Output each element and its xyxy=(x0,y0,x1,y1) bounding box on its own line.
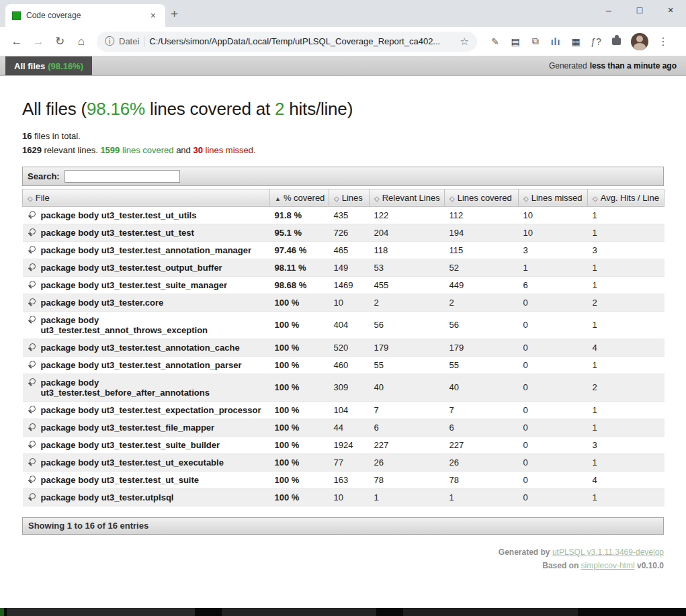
file-link[interactable]: package body ut3_tester.test_ut_executab… xyxy=(28,457,265,468)
file-link[interactable]: package body ut3_tester.test_ut_suite xyxy=(28,475,265,485)
file-name: package body ut3_tester.test_ut_utils xyxy=(41,210,197,220)
back-icon[interactable]: ← xyxy=(7,35,27,48)
lines-value: 520 xyxy=(329,339,370,356)
lines-covered-value: 55 xyxy=(445,356,519,373)
utplsql-version-link[interactable]: utPLSQL v3.1.11.3469-develop xyxy=(552,547,664,557)
file-name: package body ut3_tester.test_file_mapper xyxy=(41,423,215,433)
column-header-lines[interactable]: ◇Lines xyxy=(329,189,370,206)
search-input[interactable] xyxy=(65,170,180,183)
file-link[interactable]: package body ut3_tester.test_ut_test xyxy=(28,228,265,238)
file-link[interactable]: package body ut3_tester.test_suite_manag… xyxy=(28,280,265,290)
table-row[interactable]: package body ut3_tester.test_annotation_… xyxy=(23,241,664,259)
generated-prefix: Generated xyxy=(549,61,587,71)
browser-toolbar: ← → ↻ ⌂ ⓘ Datei C:/Users/simon/AppData/L… xyxy=(0,27,686,56)
column-header-avg-hits[interactable]: ◇Avg. Hits / Line xyxy=(588,189,664,206)
table-row[interactable]: package body ut3_tester.test_ut_test 95.… xyxy=(23,224,664,241)
table-row[interactable]: package body ut3_tester.core 100 % 10 2 … xyxy=(23,294,664,311)
tab-close-icon[interactable]: × xyxy=(148,9,159,21)
file-link[interactable]: package body ut3_tester.test_annot_throw… xyxy=(28,315,265,335)
magnifier-icon xyxy=(28,361,36,369)
file-name: package body ut3_tester.test_ut_suite xyxy=(41,475,200,485)
file-name: package body ut3_tester.test_annotation_… xyxy=(41,343,240,353)
lines-missed-value: 0 xyxy=(519,419,588,436)
lines-value: 404 xyxy=(329,311,370,339)
signature-extension-icon[interactable]: ✎ xyxy=(485,36,505,47)
minimize-button[interactable]: – xyxy=(593,0,624,20)
lines-value: 435 xyxy=(329,206,370,224)
bookmark-star-icon[interactable]: ☆ xyxy=(460,36,469,48)
column-header-lines-missed[interactable]: ◇Lines missed xyxy=(519,189,588,206)
table-row[interactable]: package body ut3_tester.test_file_mapper… xyxy=(23,419,664,436)
summary-stats: 16 files in total. 1629 relevant lines. … xyxy=(22,130,664,158)
lines-value: 149 xyxy=(329,259,370,276)
lines-value: 104 xyxy=(329,401,370,419)
column-header-lines-covered[interactable]: ◇Lines covered xyxy=(445,189,519,206)
lines-covered-value: 112 xyxy=(445,206,519,224)
forward-icon[interactable]: → xyxy=(28,35,48,48)
file-link[interactable]: package body ut3_tester.test_output_buff… xyxy=(28,263,265,273)
page-info-icon[interactable]: ⓘ xyxy=(105,36,114,48)
tab-all-files[interactable]: All files (98.16%) xyxy=(5,56,92,75)
sort-icon: ◇ xyxy=(593,195,598,202)
table-row[interactable]: package body ut3_tester.test_expectation… xyxy=(23,401,664,419)
pdf-extension-icon[interactable]: ▤ xyxy=(505,36,525,47)
table-row[interactable]: package body ut3_tester.test_annotation_… xyxy=(23,356,664,373)
lines-missed-value: 0 xyxy=(519,356,588,373)
browser-tab[interactable]: Code coverage × xyxy=(5,4,165,27)
address-bar[interactable]: ⓘ Datei C:/Users/simon/AppData/Local/Tem… xyxy=(97,32,477,52)
table-row[interactable]: package body ut3_tester.test_suite_manag… xyxy=(23,276,664,294)
file-link[interactable]: package body ut3_tester.utplsql xyxy=(28,492,265,502)
lines-covered-value: 56 xyxy=(445,311,519,339)
file-link[interactable]: package body ut3_tester.test_expectation… xyxy=(28,405,265,415)
table-row[interactable]: package body ut3_tester.test_annotation_… xyxy=(23,339,664,356)
reload-icon[interactable]: ↻ xyxy=(50,34,70,48)
file-name: package body ut3_tester.test_suite_build… xyxy=(41,440,220,450)
column-header-relevant-lines[interactable]: ◇Relevant Lines xyxy=(370,189,445,206)
table-row[interactable]: package body ut3_tester.test_ut_executab… xyxy=(23,453,664,471)
file-link[interactable]: package body ut3_tester.test_annotation_… xyxy=(28,343,265,353)
sort-icon: ◇ xyxy=(449,195,455,202)
percent-covered-value: 100 % xyxy=(270,294,329,311)
file-link[interactable]: package body ut3_tester.test_annotation_… xyxy=(28,245,265,255)
report-content: All files (98.16% lines covered at 2 hit… xyxy=(0,76,686,608)
url-text[interactable]: C:/Users/simon/AppData/Local/Temp/utPLSQ… xyxy=(149,36,455,46)
column-header-percent-covered[interactable]: ▲% covered xyxy=(270,189,329,206)
file-link[interactable]: package body ut3_tester.core xyxy=(28,298,265,308)
lines-missed-value: 10 xyxy=(519,224,588,241)
new-tab-button[interactable]: + xyxy=(165,7,185,27)
capture-extension-icon[interactable]: ⧉ xyxy=(525,36,546,47)
browser-menu-icon[interactable]: ⋮ xyxy=(652,35,674,48)
table-row[interactable]: package body ut3_tester.test_ut_suite 10… xyxy=(23,471,664,488)
file-link[interactable]: package body ut3_tester.test_annotation_… xyxy=(28,360,265,370)
lines-missed-value: 0 xyxy=(519,339,588,356)
maximize-button[interactable]: □ xyxy=(624,0,655,20)
browser-tab-title: Code coverage xyxy=(26,11,142,20)
percent-covered-value: 100 % xyxy=(270,488,329,506)
lines-missed-value: 10 xyxy=(519,206,588,224)
home-icon[interactable]: ⌂ xyxy=(71,35,91,48)
relevant-lines-value: 53 xyxy=(370,259,445,276)
coverage-table: ◇File ▲% covered ◇Lines ◇Relevant Lines … xyxy=(22,189,664,507)
function-extension-icon[interactable]: ƒ? xyxy=(586,36,606,47)
package-extension-icon[interactable]: ▦ xyxy=(566,36,586,47)
table-row[interactable]: package body ut3_tester.test_before_afte… xyxy=(23,373,664,401)
table-row[interactable]: package body ut3_tester.test_suite_build… xyxy=(23,436,664,453)
file-link[interactable]: package body ut3_tester.test_before_afte… xyxy=(28,378,265,398)
column-header-file[interactable]: ◇File xyxy=(23,189,270,206)
magnifier-icon xyxy=(28,476,36,484)
profile-avatar[interactable] xyxy=(631,33,648,50)
file-name: package body ut3_tester.test_annot_throw… xyxy=(41,315,265,335)
lines-covered-value: 179 xyxy=(445,339,519,356)
table-row[interactable]: package body ut3_tester.utplsql 100 % 10… xyxy=(23,488,664,506)
file-link[interactable]: package body ut3_tester.test_file_mapper xyxy=(28,423,265,433)
file-link[interactable]: package body ut3_tester.test_suite_build… xyxy=(28,440,265,450)
simplecov-html-link[interactable]: simplecov-html xyxy=(581,561,635,570)
table-row[interactable]: package body ut3_tester.test_output_buff… xyxy=(23,259,664,276)
table-row[interactable]: package body ut3_tester.test_ut_utils 91… xyxy=(23,206,664,224)
stats-extension-icon[interactable]: ılı xyxy=(546,36,566,47)
table-row[interactable]: package body ut3_tester.test_annot_throw… xyxy=(23,311,664,339)
close-button[interactable]: × xyxy=(655,0,686,20)
magnifier-icon xyxy=(28,343,36,352)
file-link[interactable]: package body ut3_tester.test_ut_utils xyxy=(28,210,265,220)
extensions-puzzle-icon[interactable] xyxy=(612,38,621,45)
